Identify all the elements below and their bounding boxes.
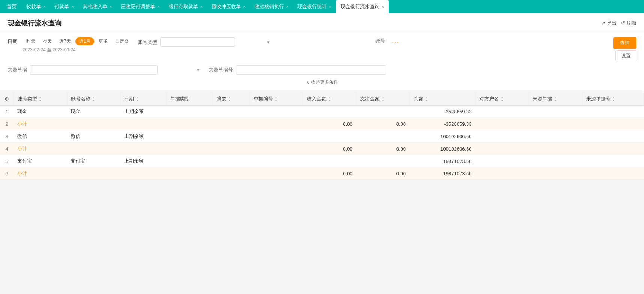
- col-acct-name: 账号名称 ▴▾: [67, 93, 120, 106]
- cell-balance: 100102606.60: [410, 130, 475, 143]
- date-label: 日期: [8, 38, 21, 45]
- source-doc-no-input[interactable]: [236, 65, 386, 75]
- export-button[interactable]: ↗ 导出: [601, 20, 617, 27]
- cell-source-doc-no: [582, 155, 644, 167]
- nav-tab-3[interactable]: 应收应付调整单 ×: [116, 0, 164, 13]
- nav-tab-2[interactable]: 其他收入单 ×: [78, 0, 116, 13]
- refresh-button[interactable]: ↺ 刷新: [621, 20, 636, 27]
- close-tab-2[interactable]: ×: [110, 4, 112, 9]
- close-tab-1[interactable]: ×: [71, 4, 74, 9]
- col-settings[interactable]: ⚙: [0, 93, 14, 106]
- close-tab-3[interactable]: ×: [157, 4, 159, 9]
- cell-acct-type: 支付宝: [14, 155, 67, 167]
- table-row[interactable]: 5 支付宝 支付宝 上期余额 19871073.60: [0, 155, 644, 167]
- cell-doc-no: [249, 106, 303, 118]
- acct-type-label: 账号类型: [138, 39, 157, 46]
- cell-source-doc: [529, 106, 582, 118]
- cell-acct-type: 微信: [14, 130, 67, 143]
- top-nav: 首页 收款单 × 付款单 × 其他收入单 × 应收应付调整单 × 银行存取款单 …: [0, 0, 644, 13]
- settings-button[interactable]: 设置: [615, 50, 636, 61]
- date-btn-7days[interactable]: 近7天: [56, 37, 74, 45]
- nav-tab-8[interactable]: 现金银行流水查询 ×: [336, 0, 389, 13]
- date-btn-custom[interactable]: 自定义: [112, 37, 132, 45]
- cell-expense: 0.00: [356, 167, 410, 180]
- close-tab-4[interactable]: ×: [200, 4, 203, 9]
- gear-icon[interactable]: ⚙: [5, 96, 9, 102]
- nav-tab-1[interactable]: 付款单 ×: [50, 0, 78, 13]
- cell-summary: [213, 155, 249, 167]
- date-btn-today[interactable]: 今天: [40, 37, 55, 45]
- more-dots[interactable]: ...: [392, 37, 399, 44]
- sort-expense-icon[interactable]: ▴▾: [382, 96, 384, 102]
- cell-source-doc: [529, 143, 582, 155]
- nav-tab-0[interactable]: 收款单 ×: [22, 0, 50, 13]
- table-row[interactable]: 1 现金 现金 上期余额 -3528659.33: [0, 106, 644, 118]
- cell-index: 1: [0, 106, 14, 118]
- sort-acct-type-icon[interactable]: ▴▾: [39, 96, 41, 102]
- cell-doc-type: [166, 167, 213, 180]
- table-row[interactable]: 4 小计 0.00 0.00 100102606.60: [0, 143, 644, 155]
- table-header-row: ⚙ 账号类型 ▴▾ 账号名称 ▴▾ 日期 ▴▾ 单据类型 摘要 ▴▾: [0, 93, 644, 106]
- close-tab-7[interactable]: ×: [329, 4, 331, 9]
- col-source-doc: 来源单据 ▴▾: [529, 93, 582, 106]
- date-btn-yesterday[interactable]: 昨天: [23, 37, 38, 45]
- table-row[interactable]: 3 微信 微信 上期余额 100102606.60: [0, 130, 644, 143]
- cell-source-doc-no: [582, 118, 644, 130]
- table-container: ⚙ 账号类型 ▴▾ 账号名称 ▴▾ 日期 ▴▾ 单据类型 摘要 ▴▾: [0, 93, 644, 180]
- table-body: 1 现金 现金 上期余额 -3528659.33 2 小计 0.00 0.00 …: [0, 106, 644, 180]
- sort-doc-no-icon[interactable]: ▴▾: [275, 96, 277, 102]
- sort-source-doc-icon[interactable]: ▴▾: [555, 96, 556, 102]
- cell-doc-type: [166, 130, 213, 143]
- cell-income: 0.00: [303, 167, 356, 180]
- cell-index: 2: [0, 118, 14, 130]
- cell-date: [120, 118, 166, 130]
- sort-income-icon[interactable]: ▴▾: [329, 96, 330, 102]
- cell-acct-name: 微信: [67, 130, 120, 143]
- sort-summary-icon[interactable]: ▴▾: [229, 96, 230, 102]
- sort-balance-icon[interactable]: ▴▾: [426, 96, 427, 102]
- close-tab-5[interactable]: ×: [243, 4, 245, 9]
- cell-summary: [213, 143, 249, 155]
- nav-tab-7[interactable]: 现金银行统计 ×: [293, 0, 336, 13]
- nav-tab-6[interactable]: 收款核销执行 ×: [250, 0, 293, 13]
- cell-balance: -3528659.33: [410, 118, 475, 130]
- cell-counterpart: [476, 130, 529, 143]
- date-btn-more[interactable]: 更多: [96, 37, 111, 45]
- query-button[interactable]: 查询: [613, 37, 636, 49]
- sort-counterpart-icon[interactable]: ▴▾: [501, 96, 503, 102]
- cell-counterpart: [476, 143, 529, 155]
- page-header: 现金银行流水查询 ↗ 导出 ↺ 刷新: [0, 13, 644, 33]
- cell-counterpart: [476, 106, 529, 118]
- close-tab-6[interactable]: ×: [286, 4, 288, 9]
- date-shortcuts: 昨天 今天 近7天 近1月 更多 自定义: [23, 37, 132, 45]
- close-tab-8[interactable]: ×: [382, 4, 384, 9]
- acct-type-select[interactable]: [160, 37, 235, 47]
- table-row[interactable]: 2 小计 0.00 0.00 -3528659.33: [0, 118, 644, 130]
- col-acct-type: 账号类型 ▴▾: [14, 93, 67, 106]
- cell-source-doc-no: [582, 143, 644, 155]
- cell-doc-type: [166, 143, 213, 155]
- source-doc-label: 来源单据: [8, 67, 27, 73]
- cell-counterpart: [476, 167, 529, 180]
- close-tab-0[interactable]: ×: [43, 4, 45, 9]
- collapse-icon: ∧: [306, 80, 309, 85]
- table-row[interactable]: 6 小计 0.00 0.00 19871073.60: [0, 167, 644, 180]
- cell-index: 6: [0, 167, 14, 180]
- nav-tab-5[interactable]: 预收冲应收单 ×: [207, 0, 250, 13]
- cell-source-doc: [529, 118, 582, 130]
- col-source-doc-no: 来源单据号 ▴▾: [582, 93, 644, 106]
- sort-source-doc-no-icon[interactable]: ▴▾: [613, 96, 614, 102]
- nav-home[interactable]: 首页: [2, 0, 22, 13]
- collapse-label: 收起更多条件: [311, 79, 338, 85]
- acct-type-chevron-icon: ▾: [267, 39, 270, 45]
- cell-summary: [213, 118, 249, 130]
- sort-date-icon[interactable]: ▴▾: [137, 96, 138, 102]
- cell-doc-no: [249, 143, 303, 155]
- sort-acct-name-icon[interactable]: ▴▾: [93, 96, 94, 102]
- nav-tab-4[interactable]: 银行存取款单 ×: [164, 0, 207, 13]
- collapse-bar[interactable]: ∧ 收起更多条件: [8, 78, 636, 88]
- date-btn-1month[interactable]: 近1月: [75, 37, 95, 45]
- source-doc-select[interactable]: [30, 65, 158, 75]
- data-table: ⚙ 账号类型 ▴▾ 账号名称 ▴▾ 日期 ▴▾ 单据类型 摘要 ▴▾: [0, 93, 644, 180]
- acct-no-label: 账号: [375, 37, 389, 44]
